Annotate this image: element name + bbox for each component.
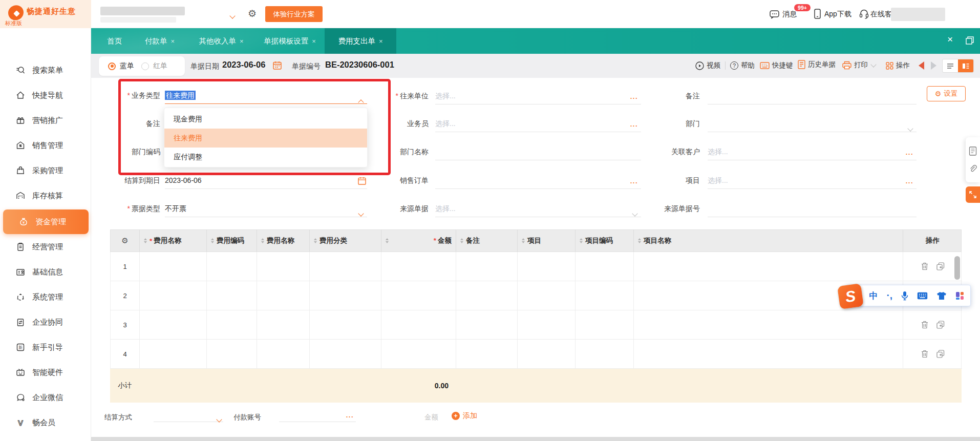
history-button[interactable]: 历史单据 [798,60,836,69]
payment-account-field[interactable]: ... [279,408,356,422]
sidebar-item-purchase[interactable]: 采购管理 [0,158,90,183]
table-cell[interactable] [310,310,381,340]
table-cell[interactable] [310,252,381,281]
phone-icon[interactable] [814,9,821,19]
department-field[interactable] [708,116,917,132]
sidebar-item-system[interactable]: 系统管理 [0,285,90,309]
table-cell[interactable] [576,340,634,369]
help-button[interactable]: ? 帮助 [730,61,755,70]
prev-voucher-icon[interactable] [919,61,924,70]
col-remark[interactable]: 备注 [456,230,518,251]
actions-button[interactable]: 操作 [886,61,910,70]
sort-icons[interactable] [386,238,389,244]
table-cell[interactable] [257,281,310,310]
project-field[interactable]: 选择...... [708,173,917,189]
business-type-field[interactable]: 往来费用 [165,88,367,104]
tab-close-icon[interactable]: × [240,37,244,45]
toolbox-grid-icon[interactable] [955,291,964,300]
microphone-icon[interactable] [901,291,908,301]
col-project[interactable]: 项目 [518,230,576,251]
table-cell[interactable] [456,340,518,369]
settings-button[interactable]: ⚙设置 [927,86,966,101]
sort-icons[interactable] [522,238,525,244]
sidebar-item-funds[interactable]: ¥ 资金管理 [3,209,89,234]
copy-row-icon[interactable] [936,262,945,270]
copy-row-icon[interactable] [936,350,945,358]
table-cell[interactable] [257,340,310,369]
dropdown-option-payable-adjust[interactable]: 应付调整 [164,148,367,166]
ime-punctuation[interactable]: ·, [886,290,892,301]
chevron-down-icon[interactable] [217,411,221,427]
doc-no-value[interactable]: BE-20230606-001 [325,60,394,70]
tab-template-settings[interactable]: 单据模板设置× [253,28,327,54]
counterparty-field[interactable]: 选择...... [435,88,641,104]
company-switch-chevron-icon[interactable] [230,11,235,20]
calendar-icon[interactable] [273,61,282,70]
next-voucher-icon[interactable] [931,61,936,70]
doc-date-value[interactable]: 2023-06-06 [222,60,265,70]
settle-due-date-field[interactable]: 2023-06-06 [165,173,367,189]
col-amount[interactable]: *金额 [381,230,456,251]
col-expense-category[interactable]: 费用分类 [310,230,381,251]
table-cell[interactable] [518,310,576,340]
table-cell[interactable] [140,310,207,340]
tabbar-windows-icon[interactable] [966,36,974,45]
print-button[interactable]: 打印 [842,60,876,70]
tab-other-income[interactable]: 其他收入单× [190,28,252,54]
sort-icons[interactable] [580,238,583,244]
more-picker-icon[interactable]: ... [346,408,354,423]
sogou-logo[interactable]: S [837,283,864,309]
ime-mode-chinese[interactable]: 中 [869,290,878,302]
delete-row-icon[interactable] [921,321,928,329]
sidebar-item-search-menu[interactable]: 搜索菜单 [0,58,90,82]
sort-icons[interactable] [314,238,317,244]
related-customer-field[interactable]: 选择...... [708,144,917,160]
sidebar-item-smart-hardware[interactable]: 智能硬件 [0,360,90,385]
sidebar-item-wechat-work[interactable]: 企业微信 [0,385,90,410]
sort-icons[interactable] [261,238,264,244]
table-scrollbar-thumb[interactable] [954,256,960,280]
table-cell[interactable] [634,252,903,281]
table-cell[interactable] [518,281,576,310]
sidebar-item-quick-nav[interactable]: 快捷导航 [0,83,90,108]
attachment-icon[interactable] [969,164,977,173]
table-cell[interactable] [456,281,518,310]
table-cell[interactable] [310,340,381,369]
table-cell[interactable] [257,310,310,340]
tab-home[interactable]: 首页 [95,28,134,54]
table-cell[interactable] [381,281,456,310]
headset-icon[interactable] [859,9,869,19]
gear-icon[interactable]: ⚙ [248,8,257,19]
table-cell[interactable] [140,340,207,369]
tabbar-close-icon[interactable]: × [947,34,953,45]
expand-panel-tab[interactable] [966,186,980,203]
helper-doc-icon[interactable] [969,146,977,156]
invoice-type-field[interactable]: 不开票 [165,201,367,217]
sidebar-item-newbie-guide[interactable]: 新 新手引导 [0,335,90,360]
salesperson-field[interactable]: 选择...... [435,116,641,132]
table-cell[interactable] [518,252,576,281]
add-settlement-button[interactable]: + 添加 [452,411,477,421]
dropdown-option-current-expense[interactable]: 往来费用 [164,129,367,148]
copy-row-icon[interactable] [936,321,945,329]
remark2-field[interactable] [708,88,917,104]
table-cell[interactable] [634,340,903,369]
sidebar-item-member[interactable]: V 畅会员 [0,410,90,435]
sidebar-item-marketing[interactable]: 营销推广 [0,108,90,133]
column-settings-header[interactable]: ⚙ [111,230,140,251]
sort-icons[interactable] [211,238,214,244]
blue-doc-radio[interactable] [108,62,116,70]
red-doc-radio[interactable] [141,62,149,70]
tab-expense-voucher[interactable]: 费用支出单× [325,28,396,54]
table-cell[interactable] [456,310,518,340]
tab-close-icon[interactable]: × [379,37,383,45]
settle-method-field[interactable] [154,408,223,422]
red-doc-label[interactable]: 红单 [153,61,167,71]
dept-name-field[interactable] [435,144,641,160]
table-cell[interactable] [576,310,634,340]
app-download-label[interactable]: App下载 [824,10,851,19]
skin-shirt-icon[interactable] [936,291,947,300]
table-cell[interactable] [140,252,207,281]
message-bubble-icon[interactable] [770,10,779,19]
chevron-down-icon[interactable] [908,120,912,136]
